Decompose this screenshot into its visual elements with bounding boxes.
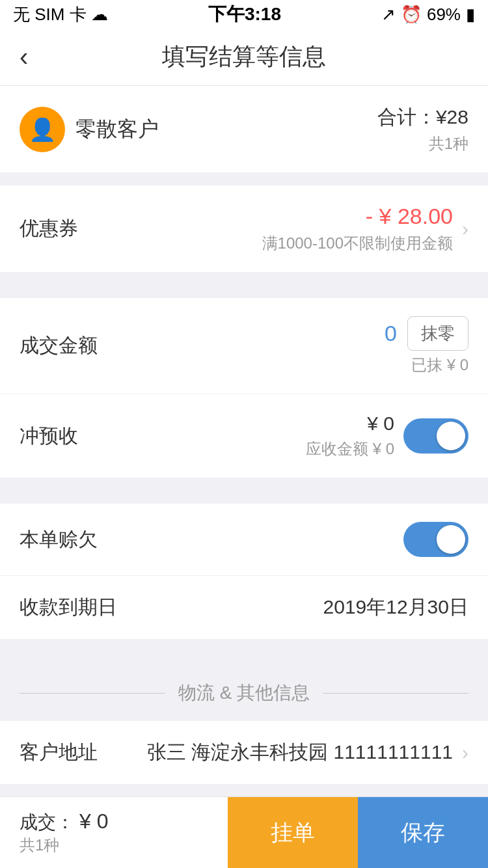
debit-row: 本单赊欠 xyxy=(0,504,488,576)
sim-status: 无 SIM 卡 ☁ xyxy=(13,3,108,26)
address-right: 张三 海淀永丰科技园 11111111111 › xyxy=(147,739,468,766)
customer-total: 合计：¥28 共1种 xyxy=(377,104,468,154)
coupon-value: - ¥ 28.00 xyxy=(262,204,453,229)
logistics-label: 物流 & 其他信息 xyxy=(178,681,310,705)
prepayment-right: ¥ 0 应收金额 ¥ 0 xyxy=(306,413,468,459)
page-title: 填写结算等信息 xyxy=(162,41,326,73)
prepayment-label: 冲预收 xyxy=(20,423,78,450)
avatar: 👤 xyxy=(20,107,65,152)
address-section: 客户地址 张三 海淀永丰科技园 11111111111 › xyxy=(0,721,488,784)
divider-1 xyxy=(0,285,488,298)
nav-bar: ‹ 填写结算等信息 xyxy=(0,29,488,86)
bottom-count: 共1种 xyxy=(20,835,208,856)
bottom-deal-row: 成交： ¥ 0 xyxy=(20,809,208,835)
total-count: 共1种 xyxy=(377,133,468,154)
status-bar: 无 SIM 卡 ☁ 下午3:18 ↗ ⏰ 69% ▮ xyxy=(0,0,488,29)
save-button[interactable]: 保存 xyxy=(358,797,488,869)
prepayment-sub: 应收金额 ¥ 0 xyxy=(306,439,394,459)
deal-amount-sub: 已抹 ¥ 0 xyxy=(411,355,468,375)
content-area: 👤 零散客户 合计：¥28 共1种 优惠券 - ¥ 28.00 满1000-10… xyxy=(0,86,488,868)
bottom-deal-label: 成交： xyxy=(20,810,74,835)
address-chevron-icon: › xyxy=(462,742,468,764)
bottom-bar: 成交： ¥ 0 共1种 挂单 保存 xyxy=(0,796,488,868)
round-zero-button[interactable]: 抹零 xyxy=(407,316,468,351)
pending-button[interactable]: 挂单 xyxy=(228,797,358,869)
avatar-icon: 👤 xyxy=(29,116,56,142)
deal-section: 成交金额 抹零 已抹 ¥ 0 冲预收 ¥ 0 应收金额 ¥ 0 xyxy=(0,298,488,478)
back-button[interactable]: ‹ xyxy=(20,42,28,72)
prepayment-value: ¥ 0 xyxy=(306,413,394,435)
debit-right xyxy=(403,522,468,557)
status-right: ↗ ⏰ 69% ▮ xyxy=(381,5,475,25)
debit-label: 本单赊欠 xyxy=(20,526,98,553)
debit-toggle[interactable] xyxy=(403,522,468,557)
prepayment-toggle[interactable] xyxy=(403,418,468,454)
customer-name: 零散客户 xyxy=(75,115,159,144)
deal-amount-right: 抹零 已抹 ¥ 0 xyxy=(345,316,468,375)
address-label: 客户地址 xyxy=(20,739,98,766)
coupon-sub: 满1000-100不限制使用金额 xyxy=(262,233,453,254)
status-time: 下午3:18 xyxy=(208,2,281,27)
location-icon: ↗ xyxy=(381,5,396,25)
bottom-info: 成交： ¥ 0 共1种 xyxy=(0,809,228,856)
prepayment-row: 冲预收 ¥ 0 应收金额 ¥ 0 xyxy=(0,394,488,478)
coupon-label: 优惠券 xyxy=(20,215,78,242)
coupon-section: 优惠券 - ¥ 28.00 满1000-100不限制使用金额 › xyxy=(0,185,488,272)
debit-section: 本单赊欠 收款到期日 2019年12月30日 xyxy=(0,504,488,639)
battery-icon: ▮ xyxy=(466,5,475,25)
due-date-label: 收款到期日 xyxy=(20,594,117,621)
deal-amount-label: 成交金额 xyxy=(20,332,98,359)
logistics-header: 物流 & 其他信息 xyxy=(0,665,488,721)
divider-3 xyxy=(0,652,488,665)
alarm-icon: ⏰ xyxy=(401,5,422,25)
divider-2 xyxy=(0,491,488,504)
battery-level: 69% xyxy=(427,5,461,25)
coupon-right: - ¥ 28.00 满1000-100不限制使用金额 › xyxy=(262,204,468,254)
coupon-row[interactable]: 优惠券 - ¥ 28.00 满1000-100不限制使用金额 › xyxy=(0,185,488,272)
coupon-value-wrap: - ¥ 28.00 满1000-100不限制使用金额 xyxy=(262,204,453,254)
total-amount: 合计：¥28 xyxy=(377,104,468,131)
deal-amount-top: 抹零 xyxy=(345,316,468,351)
bottom-deal-value: ¥ 0 xyxy=(79,809,108,834)
chevron-icon: › xyxy=(462,218,468,240)
status-left: 无 SIM 卡 ☁ xyxy=(13,3,108,26)
customer-row: 👤 零散客户 合计：¥28 共1种 xyxy=(0,86,488,172)
deal-amount-row: 成交金额 抹零 已抹 ¥ 0 xyxy=(0,298,488,394)
customer-info: 👤 零散客户 xyxy=(20,107,159,152)
due-date-row[interactable]: 收款到期日 2019年12月30日 xyxy=(0,576,488,639)
line-right xyxy=(323,693,468,694)
due-date-value: 2019年12月30日 xyxy=(323,594,468,621)
line-left xyxy=(20,693,165,694)
deal-amount-input[interactable] xyxy=(345,321,397,346)
address-value: 张三 海淀永丰科技园 11111111111 xyxy=(147,739,453,766)
prepayment-value-wrap: ¥ 0 应收金额 ¥ 0 xyxy=(306,413,394,459)
address-row[interactable]: 客户地址 张三 海淀永丰科技园 11111111111 › xyxy=(0,721,488,784)
